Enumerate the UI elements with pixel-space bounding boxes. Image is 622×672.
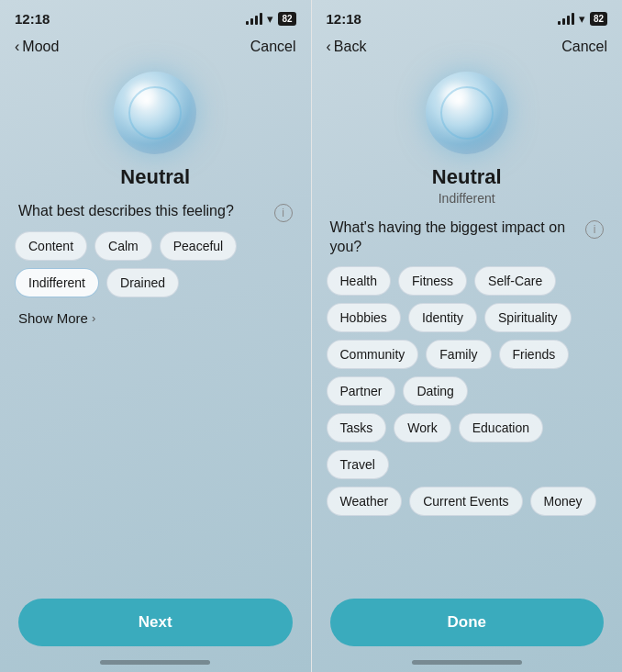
chip-content[interactable]: Content xyxy=(15,231,87,261)
right-back-label: Back xyxy=(334,39,367,55)
right-chip-row-1: Health Fitness Self-Care xyxy=(327,266,608,296)
right-status-icons: ▾ 82 xyxy=(558,12,607,26)
left-cancel-button[interactable]: Cancel xyxy=(250,39,296,55)
left-status-bar: 12:18 ▾ 82 xyxy=(0,0,311,33)
left-back-button[interactable]: ‹ Mood xyxy=(15,39,59,55)
right-chips-area: Health Fitness Self-Care Hobbies Identit… xyxy=(312,257,623,523)
left-status-icons: ▾ 82 xyxy=(246,12,295,26)
chip-tasks[interactable]: Tasks xyxy=(327,413,387,442)
right-cancel-button[interactable]: Cancel xyxy=(561,39,607,55)
right-chevron-icon: ‹ xyxy=(327,39,331,55)
left-chip-row-2: Indifferent Drained xyxy=(15,268,296,297)
chip-self-care[interactable]: Self-Care xyxy=(474,266,556,296)
left-chips-area: Content Calm Peaceful Indifferent Draine… xyxy=(0,222,311,305)
left-chip-row-1: Content Calm Peaceful xyxy=(15,231,296,261)
chip-money[interactable]: Money xyxy=(530,487,596,516)
right-chip-row-6: Weather Current Events Money xyxy=(327,487,608,516)
right-info-icon[interactable]: i xyxy=(585,220,604,239)
left-status-time: 12:18 xyxy=(15,11,50,27)
left-chevron-icon: ‹ xyxy=(15,39,19,55)
left-mood-orb xyxy=(114,72,196,154)
next-button[interactable]: Next xyxy=(18,599,293,646)
show-more-button[interactable]: Show More › xyxy=(18,310,293,326)
right-chip-row-2: Hobbies Identity Spirituality xyxy=(327,303,608,332)
chip-friends[interactable]: Friends xyxy=(499,340,570,369)
show-more-chevron-icon: › xyxy=(92,311,95,325)
chip-dating[interactable]: Dating xyxy=(403,376,467,406)
chip-peaceful[interactable]: Peaceful xyxy=(160,231,237,261)
done-button[interactable]: Done xyxy=(330,599,605,646)
chip-fitness[interactable]: Fitness xyxy=(398,266,467,296)
chip-calm[interactable]: Calm xyxy=(94,231,152,261)
left-question-row: What best describes this feeling? i xyxy=(18,202,293,222)
left-question-text: What best describes this feeling? xyxy=(18,202,267,221)
right-mood-title: Neutral xyxy=(312,165,623,189)
right-chip-row-5: Tasks Work Education Travel xyxy=(327,413,608,479)
left-home-indicator xyxy=(100,660,210,665)
right-nav-bar: ‹ Back Cancel xyxy=(312,33,623,64)
right-battery-icon: 82 xyxy=(590,12,607,26)
right-question-text: What's having the biggest impact on you? xyxy=(330,218,579,257)
left-mood-title: Neutral xyxy=(0,165,311,189)
chip-indifferent[interactable]: Indifferent xyxy=(15,268,99,297)
left-signal-icon xyxy=(246,13,262,25)
left-phone-screen: 12:18 ▾ 82 ‹ Mood Cancel Neutral What be… xyxy=(0,0,311,672)
left-info-icon[interactable]: i xyxy=(274,204,293,222)
right-wifi-icon: ▾ xyxy=(579,12,585,26)
chip-hobbies[interactable]: Hobbies xyxy=(327,303,401,332)
chip-community[interactable]: Community xyxy=(327,340,419,369)
right-chip-row-4: Partner Dating xyxy=(327,376,608,406)
right-question-row: What's having the biggest impact on you?… xyxy=(330,218,605,257)
left-battery-icon: 82 xyxy=(278,12,295,26)
chip-education[interactable]: Education xyxy=(459,413,543,442)
right-back-button[interactable]: ‹ Back xyxy=(327,39,367,55)
right-mood-orb xyxy=(426,72,508,154)
chip-partner[interactable]: Partner xyxy=(327,376,396,406)
chip-current-events[interactable]: Current Events xyxy=(409,487,522,516)
chip-spirituality[interactable]: Spirituality xyxy=(484,303,572,332)
right-phone-screen: 12:18 ▾ 82 ‹ Back Cancel Neutral Indiffe… xyxy=(312,0,623,672)
chip-drained[interactable]: Drained xyxy=(106,268,179,297)
chip-work[interactable]: Work xyxy=(394,413,450,442)
chip-health[interactable]: Health xyxy=(327,266,391,296)
chip-weather[interactable]: Weather xyxy=(327,487,403,516)
show-more-label: Show More xyxy=(18,310,88,326)
chip-travel[interactable]: Travel xyxy=(327,450,389,479)
chip-identity[interactable]: Identity xyxy=(408,303,477,332)
right-status-time: 12:18 xyxy=(327,11,361,27)
chip-family[interactable]: Family xyxy=(426,340,491,369)
right-home-indicator xyxy=(412,660,522,665)
right-mood-subtitle: Indifferent xyxy=(312,191,623,206)
right-status-bar: 12:18 ▾ 82 xyxy=(312,0,623,33)
right-orb-container xyxy=(312,64,623,158)
right-chip-row-3: Community Family Friends xyxy=(327,340,608,369)
left-back-label: Mood xyxy=(22,39,59,55)
right-signal-icon xyxy=(558,13,574,25)
left-orb-container xyxy=(0,64,311,158)
left-wifi-icon: ▾ xyxy=(267,12,273,26)
left-nav-bar: ‹ Mood Cancel xyxy=(0,33,311,64)
